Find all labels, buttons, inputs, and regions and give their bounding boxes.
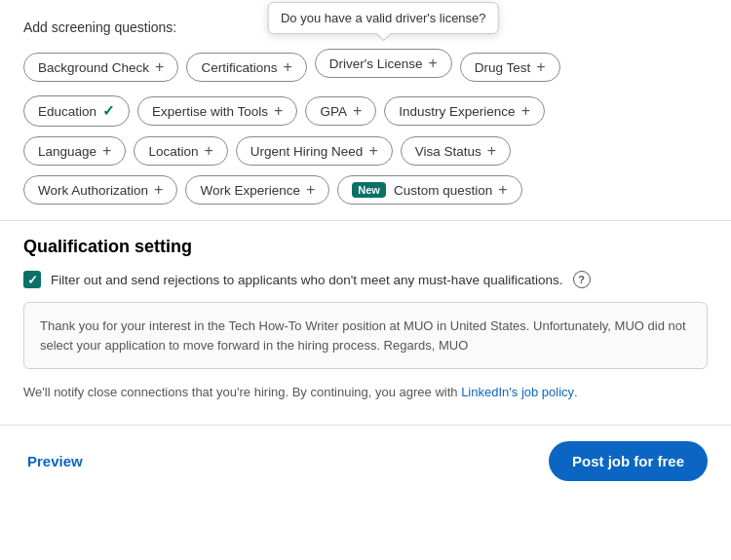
gpa-label: GPA [320, 104, 347, 119]
filter-label: Filter out and send rejections to applic… [51, 273, 563, 287]
tag-row-4: Work Authorization + Work Experience + N… [23, 175, 708, 205]
visa-status-plus-icon: + [487, 143, 496, 159]
tag-row-1: Background Check + Certifications + Do y… [23, 49, 708, 86]
post-job-button[interactable]: Post job for free [549, 441, 708, 481]
language-label: Language [38, 144, 96, 159]
policy-text: We'll notify close connections that you'… [23, 385, 708, 399]
tag-gpa[interactable]: GPA + [305, 96, 376, 126]
tag-education[interactable]: Education ✓ [23, 95, 130, 127]
footer-bar: Preview Post job for free [0, 425, 731, 497]
expertise-plus-icon: + [274, 103, 283, 119]
drivers-license-wrapper: Do you have a valid driver's license? Dr… [315, 49, 452, 78]
urgent-hiring-label: Urgent Hiring Need [250, 144, 364, 159]
filter-checkbox[interactable] [23, 271, 41, 288]
certifications-plus-icon: + [283, 59, 291, 75]
custom-question-plus-icon: + [498, 182, 507, 198]
policy-text-prefix: We'll notify close connections that you'… [23, 385, 461, 399]
work-experience-label: Work Experience [200, 183, 300, 198]
drivers-license-label: Driver's License [329, 56, 423, 71]
tag-drivers-license[interactable]: Driver's License + [315, 49, 452, 78]
drug-test-plus-icon: + [536, 59, 545, 75]
tag-industry-experience[interactable]: Industry Experience + [384, 96, 545, 126]
qualification-title: Qualification setting [23, 237, 708, 257]
drivers-license-plus-icon: + [428, 56, 437, 71]
tag-background-check[interactable]: Background Check + [23, 53, 178, 82]
drug-test-label: Drug Test [475, 60, 531, 75]
policy-text-suffix: . [574, 385, 578, 399]
tag-row-2: Education ✓ Expertise with Tools + GPA +… [23, 95, 708, 127]
tag-location[interactable]: Location + [134, 136, 227, 166]
location-plus-icon: + [204, 143, 212, 159]
work-authorization-label: Work Authorization [38, 183, 148, 198]
location-label: Location [148, 144, 198, 159]
linkedin-policy-link[interactable]: LinkedIn's job policy [461, 385, 574, 399]
background-check-plus-icon: + [155, 59, 164, 75]
custom-question-label: Custom question [394, 183, 492, 198]
tag-urgent-hiring-need[interactable]: Urgent Hiring Need + [236, 136, 393, 166]
work-authorization-plus-icon: + [154, 182, 163, 198]
section-divider [0, 220, 731, 221]
qualification-section: Qualification setting Filter out and sen… [0, 237, 731, 415]
tag-custom-question[interactable]: New Custom question + [337, 175, 521, 205]
tag-rows: Background Check + Certifications + Do y… [23, 49, 708, 205]
tag-visa-status[interactable]: Visa Status + [401, 136, 511, 166]
industry-experience-plus-icon: + [521, 103, 530, 119]
work-experience-plus-icon: + [306, 182, 315, 198]
tag-row-3: Language + Location + Urgent Hiring Need… [23, 136, 708, 166]
rejection-text-box: Thank you for your interest in the Tech … [23, 302, 708, 369]
tag-expertise-with-tools[interactable]: Expertise with Tools + [137, 96, 297, 126]
industry-experience-label: Industry Experience [399, 104, 515, 119]
tag-work-authorization[interactable]: Work Authorization + [23, 175, 177, 205]
background-check-label: Background Check [38, 60, 149, 75]
tag-work-experience[interactable]: Work Experience + [185, 175, 329, 205]
certifications-label: Certifications [201, 60, 277, 75]
urgent-hiring-plus-icon: + [368, 143, 377, 159]
language-plus-icon: + [102, 143, 111, 159]
visa-status-label: Visa Status [415, 144, 481, 159]
gpa-plus-icon: + [353, 103, 362, 119]
drivers-license-tooltip: Do you have a valid driver's license? [268, 2, 499, 34]
education-label: Education [38, 104, 96, 119]
new-badge: New [352, 182, 386, 198]
preview-button[interactable]: Preview [23, 445, 87, 477]
info-icon[interactable]: ? [573, 271, 591, 288]
education-check-icon: ✓ [102, 102, 115, 120]
tag-drug-test[interactable]: Drug Test + [460, 53, 560, 82]
tag-certifications[interactable]: Certifications + [186, 53, 306, 82]
expertise-label: Expertise with Tools [152, 104, 268, 119]
tag-language[interactable]: Language + [23, 136, 126, 166]
filter-checkbox-row: Filter out and send rejections to applic… [23, 271, 708, 288]
